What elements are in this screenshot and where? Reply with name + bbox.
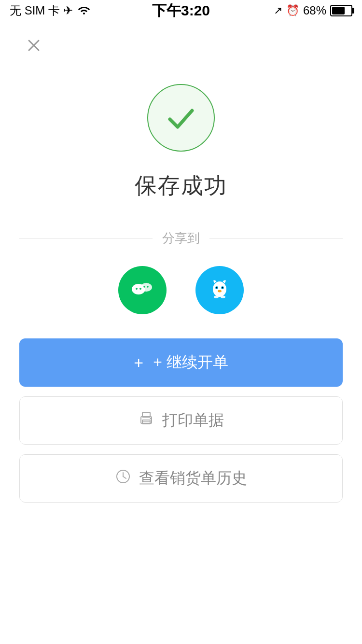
svg-point-14 xyxy=(214,296,219,298)
divider-right xyxy=(209,238,343,238)
svg-point-6 xyxy=(143,286,145,288)
history-button[interactable]: 查看销货单历史 xyxy=(19,454,343,503)
wechat-icon xyxy=(128,276,157,305)
svg-rect-20 xyxy=(142,423,147,424)
success-circle xyxy=(147,84,215,152)
printer-icon xyxy=(138,410,154,431)
success-title: 保存成功 xyxy=(135,171,227,201)
svg-point-12 xyxy=(222,287,223,289)
svg-point-8 xyxy=(213,281,226,297)
battery-icon xyxy=(330,5,352,16)
svg-point-15 xyxy=(221,296,225,298)
battery-percent: 68% xyxy=(303,4,326,17)
share-divider: 分享到 xyxy=(19,230,343,247)
share-icons-row xyxy=(19,266,343,314)
action-buttons: + + 继续开单 打印单据 xyxy=(19,338,343,503)
svg-point-5 xyxy=(139,288,141,290)
print-label: 打印单据 xyxy=(162,410,224,431)
close-icon xyxy=(25,37,42,54)
plus-icon: + xyxy=(134,353,143,372)
sim-status: 无 SIM 卡 ✈ xyxy=(10,3,73,18)
qq-icon xyxy=(205,276,234,305)
print-button[interactable]: 打印单据 xyxy=(19,396,343,445)
svg-rect-19 xyxy=(142,421,150,422)
close-button[interactable] xyxy=(19,31,48,60)
share-section: 分享到 xyxy=(19,230,343,314)
svg-line-24 xyxy=(123,476,126,478)
svg-point-4 xyxy=(136,288,138,290)
status-time: 下午3:20 xyxy=(152,1,210,21)
history-label: 查看销货单历史 xyxy=(139,468,247,489)
share-wechat-button[interactable] xyxy=(118,266,167,314)
continue-label: + 继续开单 xyxy=(153,352,228,373)
location-icon: ↗ xyxy=(274,4,282,17)
wifi-icon xyxy=(77,4,91,17)
status-left: 无 SIM 卡 ✈ xyxy=(10,3,91,18)
main-content: 保存成功 分享到 xyxy=(0,21,362,644)
status-right: ↗ ⏰ 68% xyxy=(274,4,352,17)
alarm-icon: ⏰ xyxy=(286,4,299,17)
share-label: 分享到 xyxy=(162,230,200,247)
svg-point-3 xyxy=(140,283,152,292)
svg-point-21 xyxy=(150,418,152,420)
continue-button[interactable]: + + 继续开单 xyxy=(19,338,343,387)
share-qq-button[interactable] xyxy=(195,266,244,314)
success-area: 保存成功 xyxy=(19,70,343,225)
clock-icon xyxy=(115,468,131,489)
status-bar: 无 SIM 卡 ✈ 下午3:20 ↗ ⏰ 68% xyxy=(0,0,362,21)
checkmark-icon xyxy=(164,101,198,135)
svg-point-13 xyxy=(218,290,222,293)
svg-point-7 xyxy=(147,286,149,288)
divider-left xyxy=(19,238,153,238)
svg-point-11 xyxy=(216,287,218,289)
